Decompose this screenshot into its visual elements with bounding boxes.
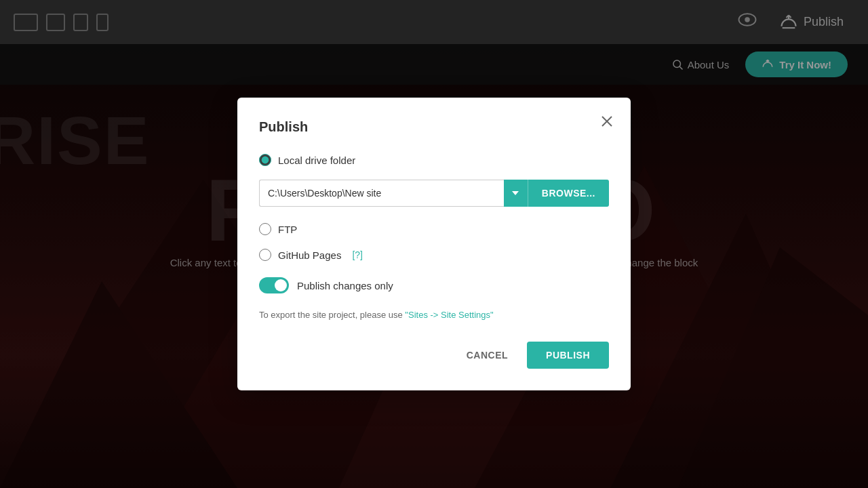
publish-modal-button[interactable]: PUBLISH	[527, 342, 609, 369]
modal-overlay: Publish Local drive folder BROWSE...	[0, 0, 868, 488]
ftp-option[interactable]: FTP	[259, 223, 609, 235]
github-radio[interactable]	[259, 249, 271, 261]
modal-title: Publish	[259, 119, 609, 135]
publish-changes-toggle[interactable]	[259, 277, 289, 293]
local-drive-label: Local drive folder	[278, 155, 355, 166]
toggle-slider	[259, 277, 289, 293]
path-input[interactable]	[259, 180, 504, 207]
github-option[interactable]: GitHub Pages [?]	[259, 249, 609, 261]
export-description: To export the site project, please use	[259, 310, 405, 320]
github-label: GitHub Pages	[278, 249, 341, 261]
modal-footer: CANCEL PUBLISH	[259, 342, 609, 369]
ftp-radio[interactable]	[259, 223, 271, 235]
path-input-row: BROWSE...	[259, 180, 609, 207]
local-drive-option[interactable]: Local drive folder	[259, 154, 609, 166]
github-help-link[interactable]: [?]	[352, 249, 363, 260]
toggle-label: Publish changes only	[297, 280, 393, 291]
svg-marker-13	[512, 191, 519, 195]
publish-modal: Publish Local drive folder BROWSE...	[237, 98, 631, 390]
browse-button[interactable]: BROWSE...	[528, 180, 609, 207]
export-text: To export the site project, please use "…	[259, 310, 609, 320]
modal-close-button[interactable]	[597, 111, 617, 131]
toggle-row: Publish changes only	[259, 277, 609, 293]
path-dropdown-button[interactable]	[504, 180, 528, 207]
local-drive-radio[interactable]	[259, 154, 271, 166]
ftp-label: FTP	[278, 224, 297, 235]
cancel-button[interactable]: CANCEL	[456, 342, 519, 369]
site-settings-link[interactable]: "Sites -> Site Settings"	[405, 310, 493, 320]
